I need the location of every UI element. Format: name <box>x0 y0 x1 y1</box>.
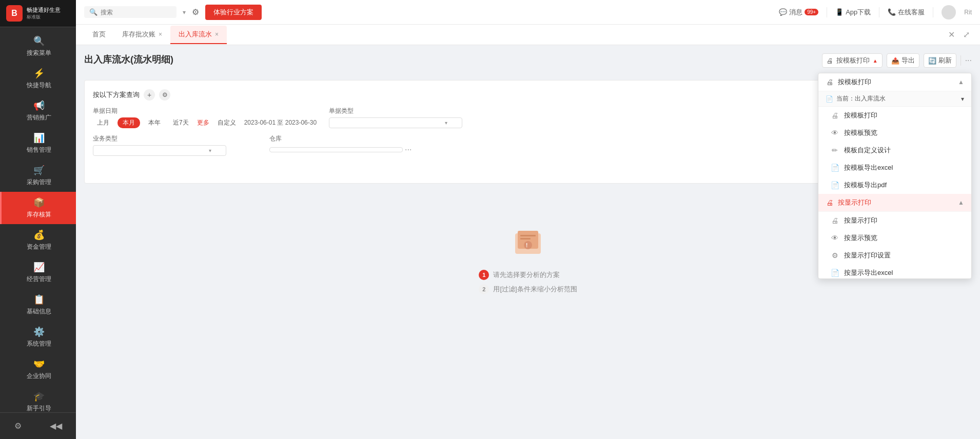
dropdown-display-settings-item[interactable]: ⚙ 按显示打印设置 <box>818 247 971 264</box>
template-preview-label: 按模板预览 <box>844 128 877 137</box>
collapse-sidebar-icon[interactable]: ◀◀ <box>47 418 65 434</box>
topbar-divider3 <box>933 7 933 17</box>
refresh-btn[interactable]: 🔄 刷新 <box>924 53 956 68</box>
sidebar-item-sales[interactable]: 📊 销售管理 <box>0 127 76 159</box>
dropdown-template-print-item[interactable]: 🖨 按模板打印 <box>818 107 971 124</box>
sidebar-item-marketing[interactable]: 📢 营销推广 <box>0 95 76 127</box>
sidebar-item-guide[interactable]: 🎓 新手引导 <box>0 386 76 412</box>
messages-label: 消息 <box>789 8 802 17</box>
sidebar-item-quick-nav[interactable]: ⚡ 快捷导航 <box>0 63 76 95</box>
dropdown-template-preview-item[interactable]: 👁 按模板预览 <box>818 124 971 142</box>
three-dots-btn[interactable]: ··· <box>965 56 972 65</box>
current-template-icon: 📄 <box>826 95 833 103</box>
display-settings-icon: ⚙ <box>831 251 839 260</box>
sidebar-item-label: 系统管理 <box>27 340 51 348</box>
empty-illustration: ! <box>507 221 548 262</box>
dropdown-display-preview-item[interactable]: 👁 按显示预览 <box>818 229 971 247</box>
svg-point-4 <box>524 241 532 249</box>
empty-step-2: 2 用[过滤]条件来缩小分析范围 <box>479 284 577 294</box>
sidebar-item-collab[interactable]: 🤝 企业协同 <box>0 353 76 386</box>
sales-icon: 📊 <box>33 132 45 144</box>
app-download-icon: 📱 <box>835 8 844 16</box>
dropdown-template-print-header[interactable]: 🖨 按模板打印 ▲ <box>818 73 971 91</box>
sidebar-item-label: 企业协同 <box>27 372 51 381</box>
topbar-settings-icon[interactable]: ⚙ <box>192 7 199 17</box>
search-icon: 🔍 <box>33 35 45 47</box>
tab-bar: 首页 库存批次账 × 出入库流水 × ✕ ⤢ <box>76 25 980 45</box>
settings-bottom-icon[interactable]: ⚙ <box>11 418 25 434</box>
date-btn-this-year[interactable]: 本年 <box>144 117 165 128</box>
date-btn-custom[interactable]: 自定义 <box>213 117 240 128</box>
page-content: 出入库流水(流水明细) 🖨 按模板打印 ▲ 📤 导出 🔄 刷新 ··· <box>76 45 980 439</box>
filter-add-btn[interactable]: + <box>144 89 155 101</box>
filter-doctype-select[interactable]: ▾ <box>329 117 462 128</box>
filter-warehouse-select[interactable] <box>269 147 403 152</box>
system-icon: ⚙️ <box>33 326 45 337</box>
warehouse-dots-btn[interactable]: ··· <box>405 145 411 154</box>
tab-close-all-icon[interactable]: ✕ <box>946 28 957 42</box>
search-input[interactable] <box>101 9 162 16</box>
sidebar-item-label: 营销推广 <box>27 113 51 122</box>
export-btn[interactable]: 📤 导出 <box>887 53 919 68</box>
print-template-btn[interactable]: 🖨 按模板打印 ▲ <box>822 53 883 68</box>
sidebar-item-finance[interactable]: 💰 资金管理 <box>0 224 76 256</box>
dropdown-inner: 🖨 按模板打印 ▲ 📄 当前：出入库流水 ▾ 🖨 按模板打印 <box>818 73 971 278</box>
template-print-icon: 🖨 <box>831 111 839 119</box>
filter-warehouse-control: ··· <box>269 145 434 154</box>
filter-business-control: ▾ <box>93 145 257 156</box>
user-name: Rit <box>964 9 972 16</box>
dropdown-display-print-header[interactable]: 🖨 按显示打印 ▲ <box>818 194 971 212</box>
tab-flow[interactable]: 出入库流水 × <box>170 26 227 44</box>
date-btn-this-month[interactable]: 本月 <box>117 117 140 128</box>
tab-flow-close[interactable]: × <box>215 31 219 38</box>
sidebar-item-system[interactable]: ⚙️ 系统管理 <box>0 321 76 353</box>
date-btn-prev-month[interactable]: 上月 <box>93 117 113 128</box>
sidebar-item-purchase[interactable]: 🛒 采购管理 <box>0 159 76 192</box>
tab-maximize-icon[interactable]: ⤢ <box>961 28 972 42</box>
svg-rect-2 <box>520 235 536 236</box>
collab-icon: 🤝 <box>33 358 45 370</box>
tab-batch-account-close[interactable]: × <box>159 31 162 38</box>
refresh-label: 刷新 <box>938 56 952 65</box>
sidebar-item-label: 快捷导航 <box>27 81 51 90</box>
date-btn-last7[interactable]: 近7天 <box>169 117 193 128</box>
filter-warehouse-item: 仓库 ··· <box>269 134 434 154</box>
filter-business-select[interactable]: ▾ <box>93 145 226 156</box>
template-preview-icon: 👁 <box>831 129 839 137</box>
search-box[interactable]: 🔍 <box>84 6 177 18</box>
topbar-divider <box>827 7 827 17</box>
tab-batch-account[interactable]: 库存批次账 × <box>114 26 170 44</box>
sidebar-item-operations[interactable]: 📈 经营管理 <box>0 256 76 289</box>
sidebar-item-basic[interactable]: 📋 基础信息 <box>0 289 76 321</box>
online-service-btn[interactable]: 📞 在线客服 <box>888 8 925 17</box>
sidebar-item-search[interactable]: 🔍 搜索菜单 <box>0 30 76 63</box>
purchase-icon: 🛒 <box>33 165 45 176</box>
basic-icon: 📋 <box>33 294 45 305</box>
logo-name: 畅捷通好生意 <box>27 6 61 13</box>
filter-settings-btn[interactable]: ⚙ <box>159 89 170 101</box>
display-preview-icon: 👁 <box>831 234 839 242</box>
date-btn-more[interactable]: 更多 <box>197 118 209 127</box>
tab-home[interactable]: 首页 <box>84 26 114 44</box>
filter-business-item: 业务类型 ▾ <box>93 134 257 156</box>
dropdown-display-excel-item[interactable]: 📄 按显示导出excel <box>818 264 971 278</box>
display-print-icon: 🖨 <box>831 216 839 225</box>
dropdown-template-print-label: 按模板打印 <box>838 77 871 87</box>
action-bar: 🖨 按模板打印 ▲ 📤 导出 🔄 刷新 ··· <box>822 53 972 68</box>
dropdown-display-print-item[interactable]: 🖨 按显示打印 <box>818 212 971 229</box>
search-chevron-icon[interactable]: ▾ <box>183 9 186 16</box>
sidebar-item-inventory[interactable]: 📦 库存核算 <box>0 192 76 224</box>
export-icon: 📤 <box>891 57 899 65</box>
app-download-btn[interactable]: 📱 App下载 <box>835 8 871 17</box>
tab-batch-account-label: 库存批次账 <box>122 30 155 39</box>
current-template-row[interactable]: 📄 当前：出入库流水 ▾ <box>818 91 971 107</box>
experience-btn[interactable]: 体验行业方案 <box>205 5 262 20</box>
messages-btn[interactable]: 💬 消息 99+ <box>779 8 818 17</box>
sidebar-item-label: 库存核算 <box>27 210 51 219</box>
dropdown-template-custom-item[interactable]: ✏ 模板自定义设计 <box>818 142 971 159</box>
user-avatar[interactable] <box>942 5 956 19</box>
display-excel-label: 按显示导出excel <box>844 268 893 277</box>
dropdown-template-export-pdf-item[interactable]: 📄 按模板导出pdf <box>818 176 971 194</box>
dropdown-template-export-excel-item[interactable]: 📄 按模板导出excel <box>818 159 971 176</box>
filter-date-item: 单据日期 上月 本月 本年 近7天 更多 自定义 2023-06-01 至 20… <box>93 107 317 128</box>
